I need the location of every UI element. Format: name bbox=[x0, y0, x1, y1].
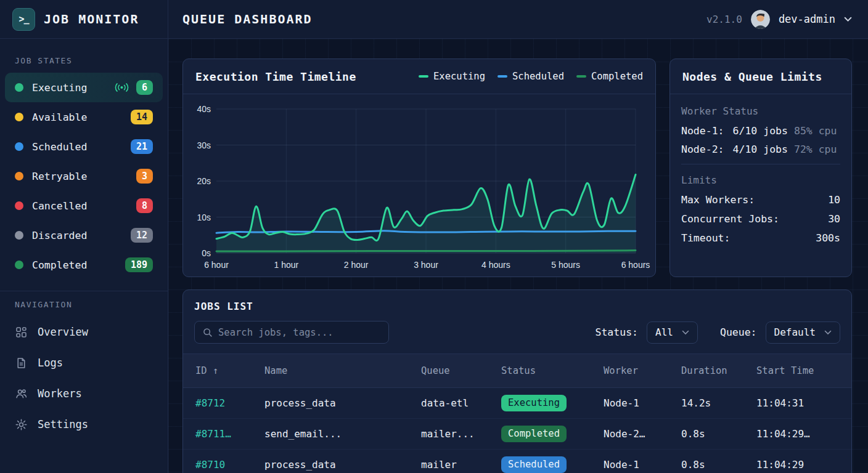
state-right: 3 bbox=[136, 169, 153, 184]
sidebar-state-discarded[interactable]: Discarded12 bbox=[5, 220, 163, 250]
status-dot bbox=[15, 142, 23, 151]
chart-title: Execution Time Timeline bbox=[195, 70, 356, 83]
status-dot bbox=[15, 83, 23, 92]
chevron-down-icon[interactable] bbox=[844, 17, 852, 22]
worker-jobs: 4/10 jobs bbox=[733, 144, 788, 155]
header-main: QUEUE DASHBOARD v2.1.0 dev-admin bbox=[168, 0, 868, 38]
version-label: v2.1.0 bbox=[706, 14, 742, 25]
limit-row: Max Workers:10 bbox=[681, 194, 840, 206]
nodes-limits-panel: Nodes & Queue Limits Worker Status Node-… bbox=[669, 59, 852, 277]
grid-icon bbox=[15, 326, 28, 339]
sidebar-state-completed[interactable]: Completed189 bbox=[5, 250, 163, 280]
state-label: Available bbox=[32, 111, 87, 123]
search-input[interactable] bbox=[218, 327, 381, 338]
limit-row: Timeout:300s bbox=[681, 232, 840, 244]
jobs-table-body: #8712process_datadata-etlExecutingNode-1… bbox=[183, 388, 851, 473]
username-label[interactable]: dev-admin bbox=[779, 13, 835, 25]
column-header-id[interactable]: ID ↑ bbox=[195, 365, 264, 376]
jobs-table: ID ↑NameQueueStatusWorkerDurationStart T… bbox=[183, 354, 851, 473]
state-right: 21 bbox=[131, 139, 153, 154]
state-count-badge: 3 bbox=[136, 169, 153, 184]
state-label: Scheduled bbox=[32, 141, 87, 153]
worker-status-header: Worker Status bbox=[681, 105, 840, 117]
table-row[interactable]: #8711…send_email...mailer...CompletedNod… bbox=[183, 419, 851, 450]
job-name: process_data bbox=[264, 459, 421, 471]
job-id-link[interactable]: #8710 bbox=[195, 459, 264, 471]
job-queue: mailer bbox=[421, 459, 501, 471]
sidebar-item-workers[interactable]: Workers bbox=[5, 378, 163, 409]
job-queue: data-etl bbox=[421, 397, 501, 409]
legend-color-dash bbox=[497, 75, 507, 78]
table-row[interactable]: #8710process_datamailerScheduledNode-10.… bbox=[183, 450, 851, 473]
job-start-time: 11:04:29 bbox=[756, 459, 839, 471]
job-worker: Node-1 bbox=[604, 397, 681, 409]
user-avatar[interactable] bbox=[751, 10, 770, 29]
job-name: process_data bbox=[264, 397, 421, 409]
worker-name: Node-2: bbox=[681, 144, 724, 155]
job-id-link[interactable]: #8712 bbox=[195, 397, 264, 409]
chevron-down-icon bbox=[824, 330, 832, 335]
state-label: Discarded bbox=[32, 230, 87, 241]
live-broadcast-icon bbox=[113, 82, 131, 93]
nav-item-label: Overview bbox=[38, 326, 88, 338]
jobs-list-panel: JOBS LIST Status: All bbox=[182, 289, 852, 473]
limit-row: Concurrent Jobs:30 bbox=[681, 213, 840, 225]
sidebar-state-cancelled[interactable]: Cancelled8 bbox=[5, 191, 163, 220]
x-axis-tick-label: 1 hour bbox=[274, 260, 298, 270]
sidebar-state-executing[interactable]: Executing6 bbox=[5, 73, 163, 102]
brand-area: >_ JOB MONITOR bbox=[0, 0, 168, 38]
status-select[interactable]: All bbox=[647, 321, 698, 344]
state-right: 12 bbox=[131, 228, 153, 243]
worker-name: Node-1: bbox=[681, 125, 724, 137]
job-worker: Node-2… bbox=[604, 428, 681, 440]
state-right: 8 bbox=[136, 198, 153, 213]
page-title: QUEUE DASHBOARD bbox=[182, 12, 313, 26]
x-axis-tick-label: 6 hours bbox=[621, 260, 650, 270]
sidebar-item-logs[interactable]: Logs bbox=[5, 347, 163, 378]
queue-select[interactable]: Default bbox=[766, 321, 840, 344]
nodes-panel-title: Nodes & Queue Limits bbox=[682, 70, 822, 83]
job-name: send_email... bbox=[264, 428, 421, 440]
limit-value: 300s bbox=[816, 232, 840, 244]
workers-list: Node-1:6/10 jobs85% cpuNode-2:4/10 jobs7… bbox=[681, 125, 840, 155]
state-count-badge: 8 bbox=[136, 198, 153, 213]
sidebar-state-scheduled[interactable]: Scheduled21 bbox=[5, 132, 163, 161]
state-right: 6 bbox=[113, 80, 153, 95]
legend-label: Completed bbox=[591, 71, 643, 82]
jobs-list-title: JOBS LIST bbox=[194, 301, 840, 312]
limit-value: 10 bbox=[828, 194, 840, 206]
header-right: v2.1.0 dev-admin bbox=[706, 10, 852, 29]
legend-item-completed[interactable]: Completed bbox=[576, 71, 643, 82]
document-icon bbox=[15, 357, 28, 370]
sidebar-item-overview[interactable]: Overview bbox=[5, 317, 163, 347]
job-states-header: JOB STATES bbox=[15, 56, 168, 65]
timeline-chart: 0s10s20s30s40s6 hour1 hour2 hour3 hour4 … bbox=[188, 99, 644, 274]
state-count-badge: 12 bbox=[131, 228, 153, 243]
navigation-header: NAVIGATION bbox=[15, 300, 168, 309]
sidebar-item-settings[interactable]: Settings bbox=[5, 409, 163, 440]
table-row[interactable]: #8712process_datadata-etlExecutingNode-1… bbox=[183, 388, 851, 419]
worker-status-row: Node-2:4/10 jobs72% cpu bbox=[681, 144, 840, 155]
column-header-worker: Worker bbox=[604, 365, 681, 376]
job-id-link[interactable]: #8711… bbox=[195, 428, 264, 440]
limit-label: Concurrent Jobs: bbox=[681, 213, 779, 225]
status-badge: Scheduled bbox=[501, 456, 567, 473]
legend-item-executing[interactable]: Executing bbox=[419, 71, 485, 82]
chart-area: 0s10s20s30s40s6 hour1 hour2 hour3 hour4 … bbox=[183, 94, 655, 277]
users-icon bbox=[15, 387, 28, 400]
sidebar-state-retryable[interactable]: Retryable3 bbox=[5, 161, 163, 191]
job-start-time: 11:04:31 bbox=[756, 397, 839, 409]
job-duration: 14.2s bbox=[681, 397, 756, 409]
y-axis-tick-label: 10s bbox=[197, 212, 211, 222]
legend-item-scheduled[interactable]: Scheduled bbox=[497, 71, 564, 82]
state-right: 14 bbox=[131, 110, 153, 124]
status-dot bbox=[15, 172, 23, 180]
sidebar-divider bbox=[0, 291, 168, 291]
y-axis-tick-label: 20s bbox=[197, 176, 211, 186]
x-axis-tick-label: 6 hour bbox=[204, 260, 229, 270]
sidebar-state-available[interactable]: Available14 bbox=[5, 102, 163, 132]
navigation-list: OverviewLogsWorkersSettings bbox=[0, 317, 168, 440]
series-line-completed bbox=[216, 251, 636, 252]
column-header-duration: Duration bbox=[681, 365, 756, 376]
search-box bbox=[194, 321, 389, 344]
